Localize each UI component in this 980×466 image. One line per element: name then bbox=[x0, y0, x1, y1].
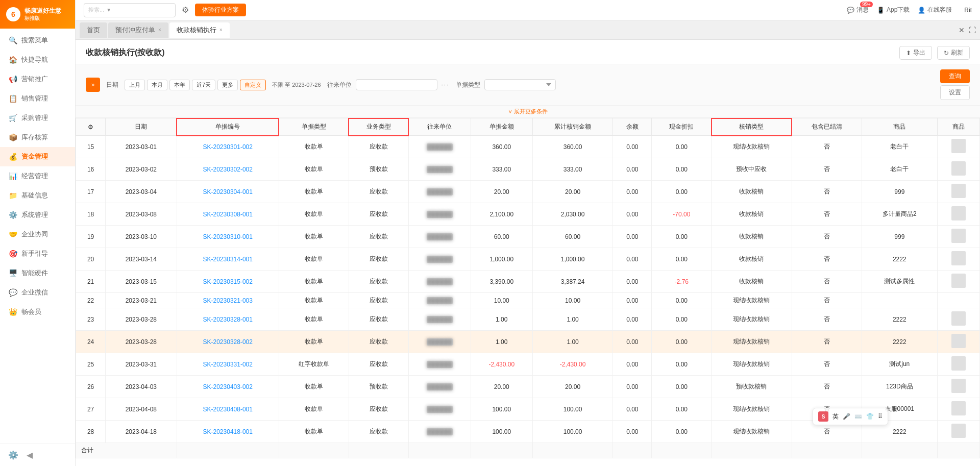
sidebar-item-label: 经营管理 bbox=[21, 171, 48, 181]
bill-no-link[interactable]: SK-20230315-002 bbox=[203, 278, 253, 285]
tab-expand-icon[interactable]: ⛶ bbox=[969, 26, 976, 34]
watermark-mic-icon[interactable]: 🎤 bbox=[843, 413, 850, 420]
sidebar-item-search[interactable]: 🔍 搜索菜单 bbox=[0, 31, 75, 50]
cell-bill-no: SK-20230301-002 bbox=[177, 136, 279, 158]
refresh-label: 刷新 bbox=[951, 48, 963, 57]
expand-more-bar[interactable]: ∨ 展开更多条件 bbox=[76, 106, 980, 118]
bill-no-link[interactable]: SK-20230328-002 bbox=[203, 338, 253, 346]
tab-pending-close[interactable]: × bbox=[158, 27, 161, 33]
cell-goods-img bbox=[937, 271, 979, 293]
sidebar-item-marketing[interactable]: 📢 营销推广 bbox=[0, 69, 75, 89]
filter-type-select[interactable] bbox=[484, 79, 556, 90]
filter-date-custom[interactable]: 自定义 bbox=[240, 80, 266, 90]
bill-no-link[interactable]: SK-20230331-002 bbox=[203, 361, 253, 368]
col-settings[interactable]: ⚙ bbox=[76, 118, 106, 136]
filter-toggle-button[interactable]: » bbox=[86, 78, 100, 92]
refresh-button[interactable]: ↻ 刷新 bbox=[937, 46, 970, 60]
filter-date-last-month[interactable]: 上月 bbox=[125, 80, 145, 90]
message-badge[interactable]: 💬 消息 99+ bbox=[847, 6, 869, 14]
cell-included: 否 bbox=[792, 293, 862, 308]
collapse-icon[interactable]: ◀ bbox=[27, 450, 33, 460]
sidebar-item-member[interactable]: 👑 畅会员 bbox=[0, 302, 75, 322]
bill-no-link[interactable]: SK-20230321-003 bbox=[203, 297, 253, 304]
cell-bill-type: 收款单 bbox=[279, 331, 349, 353]
cell-bill-type: 收款单 bbox=[279, 203, 349, 226]
filter-date-more[interactable]: 更多 bbox=[217, 80, 238, 90]
bill-no-link[interactable]: SK-20230408-001 bbox=[203, 406, 253, 413]
sidebar-item-purchase[interactable]: 🛒 采购管理 bbox=[0, 108, 75, 128]
cell-biz-type: 应收款 bbox=[349, 226, 408, 248]
cell-no: 22 bbox=[76, 293, 106, 308]
sidebar-item-inventory[interactable]: 📦 库存核算 bbox=[0, 128, 75, 147]
settings-bottom-icon[interactable]: ⚙️ bbox=[8, 450, 18, 460]
tab-close-all-icon[interactable]: ✕ bbox=[959, 26, 965, 34]
sidebar-item-system[interactable]: ⚙️ 系统管理 bbox=[0, 205, 75, 225]
col-bill-type: 单据类型 bbox=[279, 118, 349, 136]
sidebar-item-sales[interactable]: 📋 销售管理 bbox=[0, 89, 75, 108]
tab-home[interactable]: 首页 bbox=[80, 22, 107, 38]
cell-balance: 0.00 bbox=[613, 398, 652, 421]
cell-amount: 10.00 bbox=[471, 293, 532, 308]
cell-amount: 1.00 bbox=[471, 308, 532, 331]
app-download[interactable]: 📱 App下载 bbox=[877, 6, 910, 14]
filter-date-this-year[interactable]: 本年 bbox=[169, 80, 190, 90]
cell-goods: 999 bbox=[862, 226, 937, 248]
bill-no-link[interactable]: SK-20230403-002 bbox=[203, 383, 253, 390]
cell-balance: 0.00 bbox=[613, 376, 652, 398]
tab-pending[interactable]: 预付冲应付单 × bbox=[108, 22, 168, 38]
bill-no-link[interactable]: SK-20230301-002 bbox=[203, 143, 253, 151]
sidebar-item-basic[interactable]: 📁 基础信息 bbox=[0, 186, 75, 205]
sidebar-item-guide[interactable]: 🎯 新手引导 bbox=[0, 244, 75, 263]
sidebar-item-shortcut[interactable]: 🏠 快捷导航 bbox=[0, 50, 75, 69]
sidebar-item-finance[interactable]: 💰 资金管理 bbox=[0, 147, 75, 166]
export-button[interactable]: ⬆ 导出 bbox=[899, 46, 932, 60]
sidebar-item-label: 企业协同 bbox=[21, 230, 48, 239]
bill-no-link[interactable]: SK-20230418-001 bbox=[203, 428, 253, 435]
sidebar-item-hardware[interactable]: 🖥️ 智能硬件 bbox=[0, 263, 75, 283]
filter-dots[interactable]: ··· bbox=[442, 81, 450, 88]
filter-settings-button[interactable]: 设置 bbox=[940, 85, 970, 100]
sidebar-item-wechat[interactable]: 💬 企业微信 bbox=[0, 283, 75, 302]
cell-date: 2023-03-10 bbox=[106, 226, 177, 248]
cell-bill-type: 收款单 bbox=[279, 376, 349, 398]
filter-date-7days[interactable]: 近7天 bbox=[192, 80, 215, 90]
cell-verified: 100.00 bbox=[532, 398, 612, 421]
cell-verify-type: 现结收款核销 bbox=[712, 353, 792, 376]
bill-no-link[interactable]: SK-20230302-002 bbox=[203, 166, 253, 173]
cell-amount: 360.00 bbox=[471, 136, 532, 158]
page-content: 收款核销执行(按收款) ⬆ 导出 ↻ 刷新 » 日期 上月 本月 本年 bbox=[76, 40, 980, 466]
topbar-input-text: 搜索... bbox=[88, 6, 104, 14]
tab-collection[interactable]: 收款核销执行 × bbox=[169, 22, 230, 38]
cell-verify-type: 收款核销 bbox=[712, 248, 792, 271]
topbar-gear-icon[interactable]: ⚙ bbox=[182, 5, 189, 15]
bill-no-link[interactable]: SK-20230308-001 bbox=[203, 211, 253, 218]
expand-icon: ∨ bbox=[508, 108, 512, 114]
topbar-search-input[interactable]: 搜索... ▼ bbox=[84, 3, 176, 17]
sidebar-item-operation[interactable]: 📊 经营管理 bbox=[0, 166, 75, 186]
cell-bill-no: SK-20230328-001 bbox=[177, 308, 279, 331]
cell-unit: ██████ bbox=[408, 353, 471, 376]
cell-verify-type: 现结收款核销 bbox=[712, 136, 792, 158]
query-button[interactable]: 查询 bbox=[940, 69, 970, 83]
cell-date: 2023-03-21 bbox=[106, 293, 177, 308]
bill-no-link[interactable]: SK-20230314-001 bbox=[203, 256, 253, 263]
topbar-right: 💬 消息 99+ 📱 App下载 👤 在线客服 Rit bbox=[847, 6, 972, 14]
cell-balance: 0.00 bbox=[613, 181, 652, 203]
watermark-keyboard-icon[interactable]: ⌨️ bbox=[854, 413, 862, 420]
app-label: App下载 bbox=[887, 6, 910, 14]
watermark-grid-icon[interactable]: ⠿ bbox=[878, 413, 883, 420]
cell-goods: 2222 bbox=[862, 308, 937, 331]
cell-discount: 0.00 bbox=[652, 308, 712, 331]
cell-discount: 0.00 bbox=[652, 293, 712, 308]
watermark-shirt-icon[interactable]: 👕 bbox=[866, 413, 874, 420]
online-service[interactable]: 👤 在线客服 bbox=[918, 6, 952, 14]
bill-no-link[interactable]: SK-20230304-001 bbox=[203, 188, 253, 195]
bill-no-link[interactable]: SK-20230310-001 bbox=[203, 233, 253, 240]
filter-unit-input[interactable] bbox=[356, 79, 437, 90]
filter-date-this-month[interactable]: 本月 bbox=[147, 80, 167, 90]
tab-collection-close[interactable]: × bbox=[219, 27, 223, 33]
solution-button[interactable]: 体验行业方案 bbox=[195, 4, 246, 16]
bill-no-link[interactable]: SK-20230328-001 bbox=[203, 316, 253, 323]
cell-verified: 100.00 bbox=[532, 421, 612, 443]
sidebar-item-enterprise[interactable]: 🤝 企业协同 bbox=[0, 225, 75, 244]
